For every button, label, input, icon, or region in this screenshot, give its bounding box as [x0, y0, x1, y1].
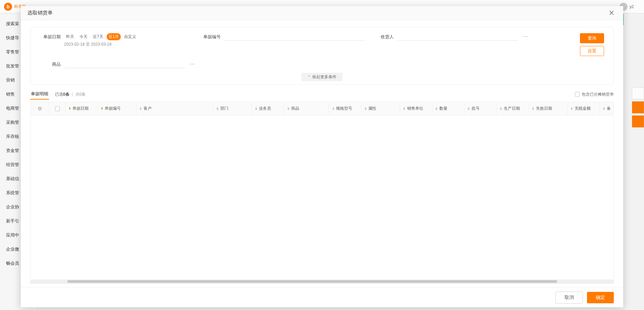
column-header-batch[interactable]: ▲▼批号 [465, 102, 497, 115]
column-header-qty[interactable]: ▲▼数量 [432, 102, 465, 115]
column-header-attr[interactable]: ▲▼属性 [362, 102, 400, 115]
filter-label: 商品 [40, 61, 61, 67]
table-body-empty [31, 115, 613, 279]
column-header-spec[interactable]: ▲▼规格型号 [329, 102, 361, 115]
column-header-expdate[interactable]: ▲▼失效日期 [529, 102, 568, 115]
receiver-input[interactable] [397, 33, 518, 41]
tab-detail[interactable]: 单据明细 [30, 89, 49, 100]
filter-date: 单据日期 昨天 今天 近7天 近1月 自定义 2023-02-18 至 2023… [40, 33, 138, 47]
date-option-7days[interactable]: 近7天 [91, 33, 105, 40]
filter-doc-no: 单据编号 [200, 33, 365, 41]
checkbox-icon [575, 92, 580, 97]
modal-title: 选取销货单 [28, 10, 53, 16]
date-options: 昨天 今天 近7天 近1月 自定义 [64, 33, 138, 40]
filter-panel: 单据日期 昨天 今天 近7天 近1月 自定义 2023-02-18 至 2023… [30, 27, 614, 85]
settings-button[interactable]: 设置 [580, 46, 604, 56]
date-option-today[interactable]: 今天 [77, 33, 90, 40]
select-all-checkbox[interactable] [49, 102, 65, 115]
checkbox-icon [55, 106, 60, 111]
modal-footer: 取消 确定 [21, 287, 623, 307]
filter-label: 单据日期 [40, 33, 61, 40]
column-header-product[interactable]: ▲▼商品 [284, 102, 329, 115]
column-header-date[interactable]: ▲▼单据日期 [66, 102, 98, 115]
collapse-row: ⌃ 收起更多条件 [40, 73, 604, 81]
product-input[interactable] [64, 61, 185, 68]
close-icon[interactable]: ✕ [606, 9, 616, 17]
filter-buttons: 查询 设置 [580, 33, 604, 56]
doc-no-input[interactable] [224, 33, 365, 41]
chevron-up-icon: ⌃ [308, 75, 310, 79]
search-button[interactable]: 查询 [580, 33, 604, 43]
collapse-toggle[interactable]: ⌃ 收起更多条件 [302, 73, 342, 81]
column-header-customer[interactable]: ▲▼客户 [137, 102, 213, 115]
date-option-yesterday[interactable]: 昨天 [64, 33, 76, 40]
column-header-proddate[interactable]: ▲▼生产日期 [497, 102, 529, 115]
filter-label: 单据编号 [200, 33, 221, 40]
filter-row: 单据日期 昨天 今天 近7天 近1月 自定义 2023-02-18 至 2023… [40, 33, 604, 56]
selection-info: 已选0条 | 共0条 [55, 92, 86, 97]
date-option-custom[interactable]: 自定义 [122, 33, 138, 40]
checkbox-label: 包含已分摊销货单 [582, 92, 614, 97]
filter-receiver: 收货人 ⋯ [373, 33, 528, 41]
confirm-button[interactable]: 确定 [587, 292, 614, 303]
column-header-remark[interactable]: ▲▼备 [600, 102, 613, 115]
cancel-button[interactable]: 取消 [555, 292, 583, 304]
column-header-notax[interactable]: ▲▼无税金额 [568, 102, 600, 115]
filter-product: 商品 ⋯ [40, 61, 195, 68]
table-header: ⚙ ▲▼单据日期 ▲▼单据编号 ▲▼客户 ▲▼部门 ▲▼业务员 ▲▼商品 ▲▼规… [31, 102, 613, 115]
modal-body: 单据日期 昨天 今天 近7天 近1月 自定义 2023-02-18 至 2023… [21, 20, 623, 287]
select-sales-order-modal: 选取销货单 ✕ 单据日期 昨天 今天 近7天 近1月 自定义 2 [21, 6, 623, 307]
results-table: ⚙ ▲▼单据日期 ▲▼单据编号 ▲▼客户 ▲▼部门 ▲▼业务员 ▲▼商品 ▲▼规… [30, 102, 614, 284]
column-header-unit[interactable]: ▲▼销售单位 [400, 102, 432, 115]
filter-row: 商品 ⋯ [40, 61, 604, 68]
column-header-dept[interactable]: ▲▼部门 [213, 102, 252, 115]
more-icon[interactable]: ⋯ [523, 33, 528, 40]
column-header-docno[interactable]: ▲▼单据编号 [98, 102, 137, 115]
filter-label: 收货人 [373, 33, 394, 40]
column-header-sales[interactable]: ▲▼业务员 [252, 102, 284, 115]
date-option-1month[interactable]: 近1月 [107, 33, 121, 40]
modal-header: 选取销货单 ✕ [21, 6, 623, 20]
tabs-row: 单据明细 已选0条 | 共0条 包含已分摊销货单 [30, 89, 614, 100]
column-settings-icon[interactable]: ⚙ [31, 102, 49, 115]
horizontal-scrollbar[interactable] [31, 279, 613, 283]
more-icon[interactable]: ⋯ [190, 61, 195, 67]
collapse-label: 收起更多条件 [312, 74, 336, 80]
include-distributed-checkbox[interactable]: 包含已分摊销货单 [575, 92, 614, 97]
scrollbar-thumb[interactable] [67, 280, 557, 283]
date-range-display[interactable]: 2023-02-18 至 2023-03-18 [64, 42, 138, 47]
